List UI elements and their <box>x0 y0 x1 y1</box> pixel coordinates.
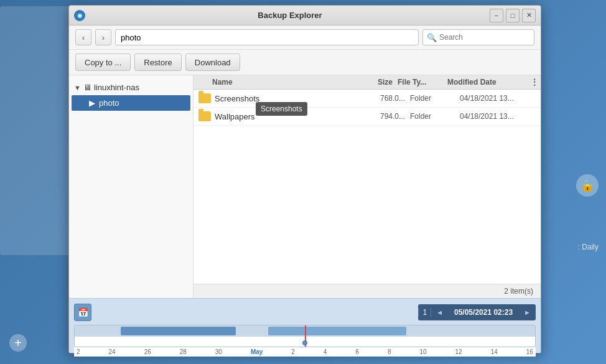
folder-icon <box>198 111 211 121</box>
table-row[interactable]: Wallpapers 794.0... Folder 04/18/2021 13… <box>193 108 541 126</box>
file-date: 04/18/2021 13... <box>460 112 541 121</box>
main-content: ▼ 🖥 linuxhint-nas ▶ photo Name Size File… <box>69 75 541 298</box>
tl-label: 6 <box>355 348 359 355</box>
table-row[interactable]: Screenshots 768.0... Folder 04/18/2021 1… <box>193 90 541 108</box>
lock-icon: 🔒 <box>576 174 599 197</box>
timeline-prev-button[interactable]: ◄ <box>431 304 448 320</box>
schedule-label: : Daily <box>578 243 599 251</box>
timeline-bar <box>121 327 236 335</box>
path-input[interactable] <box>115 29 419 45</box>
calendar-button[interactable]: 📅 <box>74 304 91 321</box>
file-list: Name Size File Ty... Modified Date ⋮ Scr… <box>193 75 541 298</box>
close-button[interactable]: ✕ <box>522 9 536 22</box>
back-button[interactable]: ‹ <box>75 29 91 45</box>
sidebar-item-photo[interactable]: ▶ photo <box>72 95 190 111</box>
tl-label: 2 <box>291 348 295 355</box>
tl-label: 4 <box>324 348 327 355</box>
app-icon: ◉ <box>74 10 85 21</box>
tl-label: 2 <box>77 348 80 355</box>
col-header-size: Size <box>342 78 398 86</box>
timeline-labels: 2 24 26 28 30 May 2 4 6 8 10 12 14 16 <box>74 347 536 357</box>
tree-collapse-arrow: ▼ <box>74 84 81 91</box>
file-type: Folder <box>410 112 460 121</box>
file-size: 768.0... <box>354 94 410 103</box>
tl-label-may: May <box>251 348 263 355</box>
tl-label: 10 <box>419 348 426 355</box>
file-size: 794.0... <box>354 112 410 121</box>
add-button[interactable]: + <box>9 334 27 352</box>
col-header-date: Modified Date <box>447 78 528 86</box>
timeline-date: 05/05/2021 02:23 <box>448 308 519 317</box>
sidebar: ▼ 🖥 linuxhint-nas ▶ photo <box>69 75 193 298</box>
nas-icon: 🖥 <box>83 83 91 92</box>
title-bar: ◉ Backup Explorer − □ ✕ <box>69 6 541 26</box>
search-icon: 🔍 <box>427 33 437 42</box>
tl-label: 28 <box>180 348 187 355</box>
timeline-nav: 1 ◄ 05/05/2021 02:23 ► <box>418 304 536 320</box>
minimize-button[interactable]: − <box>490 9 503 22</box>
navigation-toolbar: ‹ › 🔍 <box>69 26 541 50</box>
maximize-button[interactable]: □ <box>506 9 520 22</box>
tooltip: Screenshots <box>256 102 307 116</box>
timeline-container: 📅 1 ◄ 05/05/2021 02:23 ► 2 24 26 28 30 <box>69 298 541 353</box>
file-date: 04/18/2021 13... <box>460 94 541 103</box>
tl-label: 12 <box>455 348 462 355</box>
background-panel <box>0 6 75 255</box>
forward-button[interactable]: › <box>95 29 111 45</box>
window-title: Backup Explorer <box>90 11 490 20</box>
file-list-header: Name Size File Ty... Modified Date ⋮ <box>193 75 541 90</box>
item-count: 2 item(s) <box>504 287 533 296</box>
download-button[interactable]: Download <box>185 54 240 71</box>
tl-label: 8 <box>388 348 391 355</box>
tl-label: 16 <box>526 348 533 355</box>
timeline-next-button[interactable]: ► <box>519 304 536 320</box>
col-header-type: File Ty... <box>398 78 447 86</box>
sidebar-item-nas[interactable]: ▼ 🖥 linuxhint-nas <box>69 80 193 95</box>
backup-explorer-window: ◉ Backup Explorer − □ ✕ ‹ › 🔍 Copy to ..… <box>68 5 541 353</box>
folder-icon <box>198 93 211 103</box>
file-list-body: Screenshots 768.0... Folder 04/18/2021 1… <box>193 90 541 284</box>
tree-expand-arrow: ▶ <box>89 98 95 108</box>
search-input[interactable] <box>439 33 526 42</box>
nas-label: linuxhint-nas <box>94 83 139 92</box>
photo-label: photo <box>99 98 119 108</box>
action-bar: Copy to ... Restore Download <box>69 50 541 75</box>
window-controls: − □ ✕ <box>490 9 536 22</box>
timeline-controls: 📅 1 ◄ 05/05/2021 02:23 ► <box>74 304 536 321</box>
status-bar: 2 item(s) <box>193 284 541 298</box>
timeline-bar-2 <box>268 327 406 335</box>
tl-label: 26 <box>144 348 151 355</box>
restore-button[interactable]: Restore <box>134 54 182 71</box>
tl-label: 24 <box>109 348 116 355</box>
file-type: Folder <box>410 94 460 103</box>
tl-label: 30 <box>215 348 222 355</box>
tl-label: 14 <box>491 348 498 355</box>
timeline-marker-dot <box>302 340 307 345</box>
timeline-index: 1 <box>418 308 431 317</box>
timeline-ruler[interactable] <box>74 325 536 347</box>
col-header-name: Name <box>193 78 342 86</box>
search-box: 🔍 <box>422 29 534 45</box>
col-header-more: ⋮ <box>528 78 541 86</box>
copy-to-button[interactable]: Copy to ... <box>75 54 131 71</box>
